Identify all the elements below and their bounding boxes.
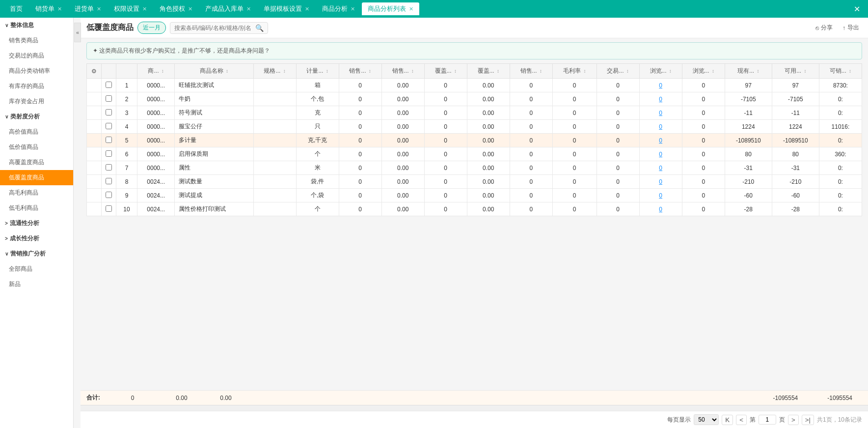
cell-checkbox[interactable] — [102, 79, 116, 92]
first-page-button[interactable]: K — [722, 415, 733, 425]
sidebar-item-capital-occupy[interactable]: 库存资金占用 — [0, 94, 73, 109]
sidebar-group-marketing[interactable]: ∨ 营销推广分析 — [0, 246, 73, 261]
last-page-button[interactable]: >| — [802, 415, 814, 425]
cell-browse1[interactable]: 0 — [639, 189, 682, 202]
browse1-link[interactable]: 0 — [659, 123, 662, 130]
next-page-button[interactable]: > — [788, 415, 799, 425]
nav-tab-permissions[interactable]: 权限设置 ✕ — [108, 2, 153, 15]
browse1-link[interactable]: 0 — [659, 151, 662, 158]
th-unit[interactable]: 计量... ↕ — [296, 64, 339, 79]
th-code[interactable]: 商... ↕ — [137, 64, 175, 79]
th-settings[interactable]: ⚙ — [87, 64, 102, 79]
search-input[interactable] — [174, 25, 255, 31]
nav-tab-products-in-close[interactable]: ✕ — [246, 6, 251, 12]
sidebar-item-low-value[interactable]: 低价值商品 — [0, 140, 73, 155]
th-transaction[interactable]: 交易... ↕ — [597, 64, 639, 79]
th-available[interactable]: 可用... ↕ — [772, 64, 819, 79]
page-size-select[interactable]: 50 100 200 — [694, 414, 719, 425]
browse1-link[interactable]: 0 — [659, 165, 662, 171]
nav-tab-sales[interactable]: 销货单 ✕ — [29, 2, 68, 15]
th-sales-qty[interactable]: 销售... ↕ — [339, 64, 381, 79]
cell-checkbox[interactable] — [102, 92, 116, 106]
cell-checkbox[interactable] — [102, 202, 116, 216]
sidebar-group-growth[interactable]: > 成长性分析 — [0, 231, 73, 246]
browse1-link[interactable]: 0 — [659, 110, 662, 116]
sidebar-item-new-products[interactable]: 新品 — [0, 277, 73, 292]
th-spec[interactable]: 规格... ↕ — [253, 64, 296, 79]
browse1-link[interactable]: 0 — [659, 178, 662, 185]
sidebar-item-turnover-rate[interactable]: 商品分类动销率 — [0, 63, 73, 79]
th-gross-rate[interactable]: 毛利率 ↕ — [552, 64, 597, 79]
cell-browse1[interactable]: 0 — [639, 161, 682, 175]
nav-tab-products-in[interactable]: 产成品入库单 ✕ — [199, 2, 257, 15]
row-checkbox[interactable] — [106, 164, 112, 171]
current-page-input[interactable] — [759, 415, 776, 425]
th-browse1[interactable]: 浏览... ↕ — [639, 64, 682, 79]
export-button[interactable]: ↑ 导出 — [840, 22, 862, 33]
filter-recent-month-button[interactable]: 近一月 — [137, 22, 166, 34]
nav-tab-purchase-close[interactable]: ✕ — [97, 6, 101, 12]
row-checkbox[interactable] — [106, 82, 112, 88]
row-checkbox[interactable] — [106, 137, 112, 143]
row-checkbox[interactable] — [106, 109, 112, 115]
cell-checkbox[interactable] — [102, 106, 116, 120]
nav-tab-home[interactable]: 首页 — [4, 2, 28, 15]
nav-tab-analytics[interactable]: 商品分析 ✕ — [316, 2, 361, 15]
browse1-link[interactable]: 0 — [659, 96, 662, 103]
table-container[interactable]: ⚙ 商... ↕ 商品名称 ↕ 规格... ↕ 计量... ↕ 销售... ↕ … — [81, 63, 868, 390]
browse1-link[interactable]: 0 — [659, 192, 662, 199]
sidebar-item-sales-products[interactable]: 销售类商品 — [0, 33, 73, 48]
nav-tab-analytics-list-close[interactable]: ✕ — [409, 6, 413, 12]
th-coverage1[interactable]: 覆盖... ↕ — [424, 64, 467, 79]
browse1-link[interactable]: 0 — [659, 82, 662, 89]
nav-tab-roles-close[interactable]: ✕ — [188, 6, 192, 12]
sidebar-item-high-coverage[interactable]: 高覆盖度商品 — [0, 155, 73, 170]
th-name[interactable]: 商品名称 ↕ — [175, 64, 253, 79]
sidebar-item-high-value[interactable]: 高价值商品 — [0, 124, 73, 140]
nav-tab-template-close[interactable]: ✕ — [305, 6, 309, 12]
sidebar-item-low-profit[interactable]: 低毛利商品 — [0, 200, 73, 216]
sidebar-item-all-products[interactable]: 全部商品 — [0, 261, 73, 277]
sidebar-group-quality[interactable]: ∨ 类射度分析 — [0, 109, 73, 124]
browse1-link[interactable]: 0 — [659, 206, 662, 213]
cell-checkbox[interactable] — [102, 147, 116, 161]
nav-tab-sales-close[interactable]: ✕ — [57, 6, 62, 12]
row-checkbox[interactable] — [106, 95, 112, 102]
cell-browse1[interactable]: 0 — [639, 79, 682, 92]
th-browse2[interactable]: 浏览... ↕ — [682, 64, 725, 79]
row-checkbox[interactable] — [106, 178, 112, 184]
horizontal-scrollbar[interactable] — [81, 405, 868, 411]
cell-browse1[interactable]: 0 — [639, 106, 682, 120]
cell-browse1[interactable]: 0 — [639, 202, 682, 216]
share-button[interactable]: ⎋ 分享 — [813, 22, 836, 33]
cell-checkbox[interactable] — [102, 175, 116, 189]
nav-tab-roles[interactable]: 角色授权 ✕ — [154, 2, 198, 15]
sidebar-item-high-profit[interactable]: 高毛利商品 — [0, 185, 73, 200]
sidebar-item-in-stock[interactable]: 有库存的商品 — [0, 79, 73, 94]
th-sellable[interactable]: 可销... ↕ — [819, 64, 862, 79]
cell-browse1[interactable]: 0 — [639, 92, 682, 106]
row-checkbox[interactable] — [106, 123, 112, 129]
browse1-link[interactable]: 0 — [659, 137, 662, 144]
close-all-tabs-button[interactable]: ✕ — [850, 4, 864, 14]
th-coverage2[interactable]: 覆盖... ↕ — [467, 64, 510, 79]
cell-checkbox[interactable] — [102, 161, 116, 175]
nav-tab-permissions-close[interactable]: ✕ — [142, 6, 147, 12]
row-checkbox[interactable] — [106, 205, 112, 212]
cell-browse1[interactable]: 0 — [639, 120, 682, 134]
nav-tab-purchase[interactable]: 进货单 ✕ — [69, 2, 107, 15]
prev-page-button[interactable]: < — [736, 415, 747, 425]
nav-tab-template[interactable]: 单据模板设置 ✕ — [258, 2, 315, 15]
row-checkbox[interactable] — [106, 192, 112, 198]
row-checkbox[interactable] — [106, 150, 112, 157]
cell-browse1[interactable]: 0 — [639, 134, 682, 147]
sidebar-item-low-coverage[interactable]: 低覆盖度商品 — [0, 170, 73, 185]
th-sales-amount[interactable]: 销售... ↕ — [381, 64, 424, 79]
nav-tab-analytics-close[interactable]: ✕ — [351, 6, 355, 12]
cell-checkbox[interactable] — [102, 120, 116, 134]
cell-browse1[interactable]: 0 — [639, 147, 682, 161]
sidebar-group-flow[interactable]: > 流通性分析 — [0, 216, 73, 231]
th-sales-days[interactable]: 销售... ↕ — [510, 64, 552, 79]
cell-checkbox[interactable] — [102, 189, 116, 202]
nav-tab-analytics-list[interactable]: 商品分析列表 ✕ — [362, 2, 419, 15]
